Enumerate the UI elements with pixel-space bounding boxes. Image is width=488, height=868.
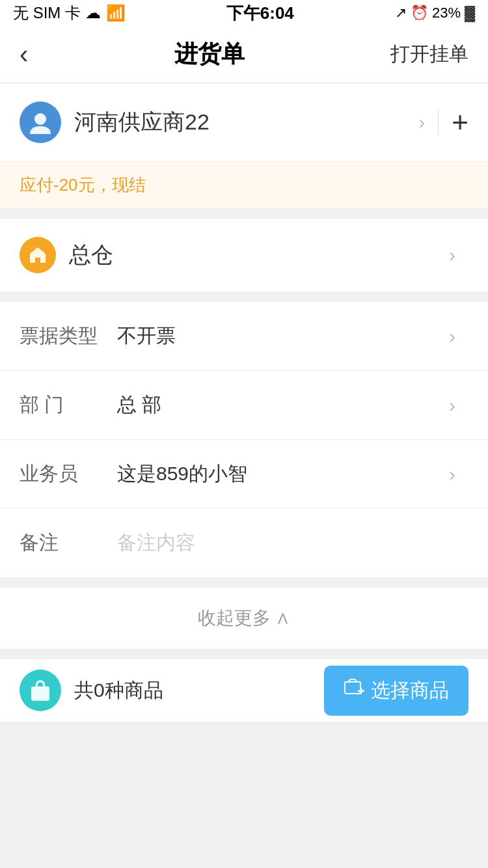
- chevron-icon: ›: [449, 244, 455, 266]
- supplier-avatar: [20, 102, 61, 143]
- status-left: 无 SIM 卡 ☁ 📶: [13, 3, 126, 23]
- select-product-button[interactable]: 选择商品: [324, 666, 468, 716]
- remark-label: 备注: [20, 530, 104, 556]
- chevron-icon: ›: [449, 394, 455, 416]
- add-supplier-button[interactable]: +: [452, 108, 468, 137]
- supplier-name: 河南供应商22: [74, 107, 418, 137]
- bag-icon: [29, 679, 52, 702]
- location-icon: ↗: [395, 5, 407, 21]
- remark-row[interactable]: 备注 备注内容: [0, 509, 488, 577]
- sim-label: 无 SIM 卡 ☁: [13, 3, 101, 23]
- alarm-icon: ⏰: [411, 5, 428, 21]
- svg-rect-2: [31, 686, 49, 701]
- department-label: 部 门: [20, 392, 104, 418]
- supplier-card: 河南供应商22 › + 应付-20元，现结: [0, 83, 488, 208]
- warehouse-row[interactable]: 总仓 ›: [0, 219, 488, 292]
- supplier-row[interactable]: 河南供应商22 › +: [0, 83, 488, 162]
- salesperson-row[interactable]: 业务员 这是859的小智 ›: [0, 440, 488, 509]
- form-section: 票据类型 不开票 › 部 门 总 部 › 业务员 这是859的小智 › 备注 备…: [0, 302, 488, 577]
- invoice-type-label: 票据类型: [20, 323, 104, 349]
- bottom-bar: 共0种商品 选择商品: [0, 659, 488, 722]
- svg-rect-3: [345, 682, 360, 694]
- warehouse-name: 总仓: [69, 240, 449, 270]
- divider: [438, 109, 439, 135]
- status-time: 下午6:04: [226, 2, 294, 25]
- product-icon: [20, 670, 61, 711]
- product-count: 共0种商品: [74, 677, 324, 704]
- collapse-label: 收起更多 ∧: [198, 606, 291, 631]
- chevron-icon: ›: [418, 111, 425, 133]
- battery-label: 23%: [432, 5, 461, 21]
- notice-banner: 应付-20元，现结: [0, 162, 488, 208]
- back-button[interactable]: ‹: [20, 40, 28, 69]
- status-bar: 无 SIM 卡 ☁ 📶 下午6:04 ↗ ⏰ 23% ▓: [0, 0, 488, 26]
- invoice-type-value: 不开票: [104, 323, 449, 349]
- svg-rect-1: [35, 258, 40, 263]
- invoice-type-row[interactable]: 票据类型 不开票 ›: [0, 302, 488, 371]
- svg-point-0: [34, 113, 46, 125]
- warehouse-icon: [20, 237, 56, 273]
- page-title: 进货单: [174, 38, 245, 70]
- chevron-icon: ›: [449, 463, 455, 485]
- remark-input[interactable]: 备注内容: [104, 530, 468, 556]
- department-row[interactable]: 部 门 总 部 ›: [0, 371, 488, 440]
- avatar-icon: [27, 109, 53, 135]
- open-pending-button[interactable]: 打开挂单: [390, 41, 468, 68]
- page-bottom: [0, 722, 488, 868]
- salesperson-value: 这是859的小智: [104, 461, 449, 487]
- status-right: ↗ ⏰ 23% ▓: [395, 5, 475, 21]
- department-value: 总 部: [104, 392, 449, 418]
- salesperson-label: 业务员: [20, 461, 104, 487]
- collapse-row[interactable]: 收起更多 ∧: [0, 588, 488, 649]
- content: 河南供应商22 › + 应付-20元，现结 总仓 › 票据类型 不开票 ›: [0, 83, 488, 868]
- select-product-label: 选择商品: [371, 677, 449, 704]
- warehouse-card[interactable]: 总仓 ›: [0, 219, 488, 292]
- chevron-icon: ›: [449, 325, 455, 347]
- house-icon: [27, 245, 48, 265]
- wifi-icon: 📶: [106, 4, 126, 22]
- nav-bar: ‹ 进货单 打开挂单: [0, 26, 488, 83]
- battery-icon: ▓: [465, 5, 475, 21]
- cart-icon: [344, 678, 364, 703]
